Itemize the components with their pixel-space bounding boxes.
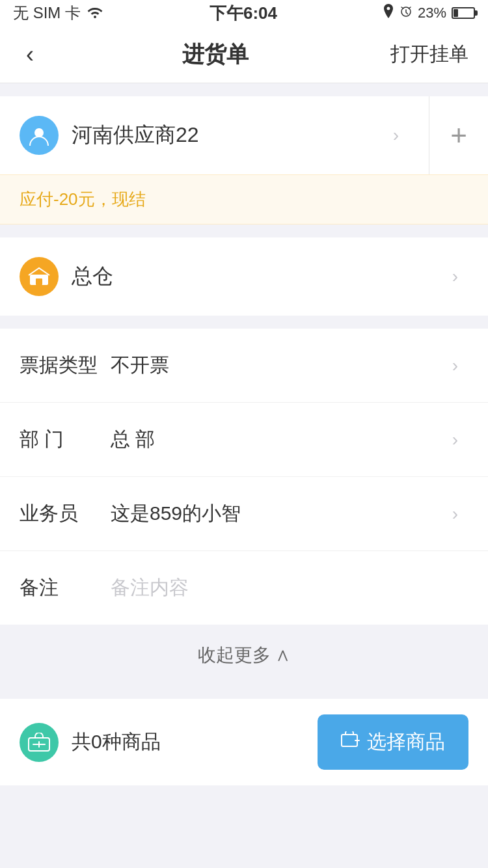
notice-text: 应付-20元，现结 — [20, 189, 146, 209]
warehouse-chevron-icon: › — [452, 266, 458, 287]
invoice-chevron-icon: › — [452, 355, 458, 376]
form-label-remark: 备注 — [20, 575, 98, 601]
select-product-button[interactable]: 选择商品 — [318, 714, 468, 770]
wifi-icon — [86, 4, 104, 22]
form-value-department: 总 部 — [111, 426, 452, 453]
battery-percent: 23% — [418, 5, 446, 21]
supplier-row[interactable]: 河南供应商22 › — [0, 96, 429, 174]
form-row-department[interactable]: 部 门 总 部 › — [0, 403, 488, 477]
warehouse-name: 总仓 — [72, 262, 452, 291]
bottom-bar: 共0种商品 选择商品 — [0, 699, 488, 785]
form-value-salesperson: 这是859的小智 — [111, 500, 452, 527]
supplier-avatar — [20, 116, 59, 155]
status-time: 下午6:04 — [210, 2, 277, 25]
department-chevron-icon: › — [452, 429, 458, 450]
back-button[interactable]: ‹ — [20, 34, 40, 75]
add-supplier-button[interactable]: + — [429, 100, 488, 171]
product-icon — [20, 723, 59, 762]
battery-icon — [452, 7, 475, 19]
page-title: 进货单 — [182, 40, 249, 70]
form-section: 票据类型 不开票 › 部 门 总 部 › 业务员 这是859的小智 › 备注 备… — [0, 329, 488, 625]
location-icon — [383, 4, 394, 22]
carrier-label: 无 SIM 卡 — [13, 3, 81, 23]
form-label-department: 部 门 — [20, 426, 98, 453]
collapse-row[interactable]: 收起更多 ∧ — [0, 625, 488, 686]
salesperson-chevron-icon: › — [452, 504, 458, 524]
status-right: 23% — [383, 4, 475, 22]
svg-point-1 — [34, 128, 44, 137]
status-bar: 无 SIM 卡 下午6:04 23% — [0, 0, 488, 26]
product-count-label: 共0种商品 — [72, 729, 318, 755]
warehouse-section[interactable]: 总仓 › — [0, 237, 488, 316]
form-value-invoice: 不开票 — [111, 352, 452, 379]
svg-rect-3 — [36, 278, 42, 285]
supplier-name: 河南供应商22 — [72, 121, 393, 150]
alarm-icon — [400, 5, 413, 21]
notice-bar: 应付-20元，现结 — [0, 174, 488, 224]
form-value-remark: 备注内容 — [111, 575, 468, 601]
supplier-section: 河南供应商22 › + — [0, 96, 488, 174]
select-product-icon — [341, 731, 360, 753]
supplier-chevron-icon: › — [393, 125, 399, 146]
form-row-salesperson[interactable]: 业务员 这是859的小智 › — [0, 477, 488, 551]
form-label-invoice: 票据类型 — [20, 352, 98, 379]
form-label-salesperson: 业务员 — [20, 500, 98, 527]
open-pending-button[interactable]: 打开挂单 — [390, 41, 468, 68]
gap-1 — [0, 83, 488, 96]
nav-bar: ‹ 进货单 打开挂单 — [0, 26, 488, 83]
select-product-label: 选择商品 — [367, 729, 445, 755]
form-row-invoice[interactable]: 票据类型 不开票 › — [0, 329, 488, 403]
warehouse-icon — [20, 257, 59, 296]
status-left: 无 SIM 卡 — [13, 3, 104, 23]
form-row-remark[interactable]: 备注 备注内容 — [0, 551, 488, 625]
